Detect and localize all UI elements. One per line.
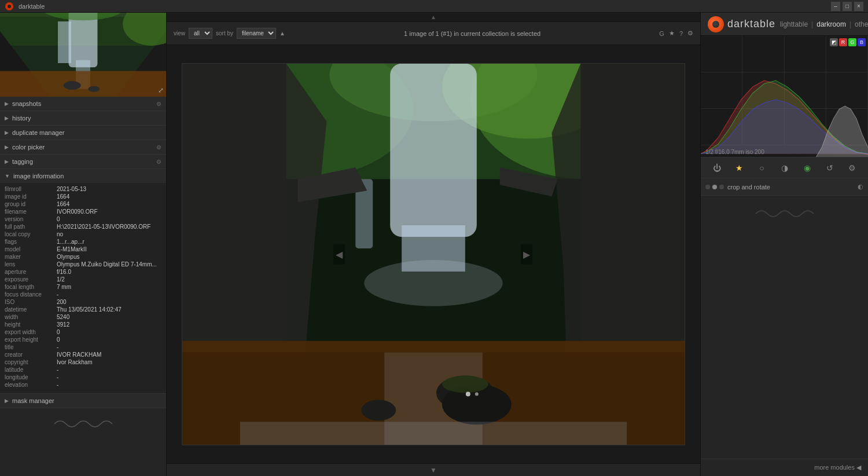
snapshots-settings-icon[interactable]: ⚙	[156, 101, 161, 107]
svg-point-10	[64, 81, 81, 90]
star-icon[interactable]: ★	[669, 30, 675, 37]
info-row-height: height3912	[5, 321, 161, 328]
rotate-button[interactable]: ↺	[823, 161, 837, 175]
view-select[interactable]: all	[189, 28, 212, 39]
image-information-header[interactable]: ▼ image information	[0, 169, 166, 183]
mask-manager-arrow-icon: ▶	[5, 398, 9, 404]
snapshots-label: snapshots	[12, 100, 41, 107]
image-information-arrow-icon: ▼	[5, 173, 10, 179]
color-picker-arrow-icon: ▶	[5, 144, 9, 150]
mask-manager-label: mask manager	[12, 397, 54, 404]
app-body: ⤢ ▶ snapshots ⚙ ▶ history ▶ duplicate ma…	[0, 13, 868, 476]
darkroom-link[interactable]: darkroom	[816, 20, 846, 28]
color-picker-settings-icon[interactable]: ⚙	[156, 144, 161, 151]
grid-icon[interactable]: G	[659, 30, 664, 37]
sort-select[interactable]: filename	[237, 28, 276, 39]
sidebar-section-duplicate-manager: ▶ duplicate manager	[0, 126, 166, 140]
prev-image-arrow[interactable]: ◀	[333, 244, 345, 265]
info-value: f/16.0	[57, 269, 161, 275]
top-arrow-icon: ▲	[431, 14, 436, 20]
snapshots-header[interactable]: ▶ snapshots ⚙	[0, 97, 166, 111]
info-label: latitude	[5, 367, 57, 373]
svg-point-11	[88, 86, 100, 92]
view-sort-controls: view all sort by filename ▲	[174, 28, 285, 39]
sidebar-section-history: ▶ history	[0, 111, 166, 126]
info-label: longitude	[5, 374, 57, 380]
module-dot-3[interactable]	[719, 185, 724, 189]
filmstrip-bar[interactable]: ▼	[167, 463, 700, 476]
sort-label: sort by	[216, 30, 233, 36]
info-label: copyright	[5, 359, 57, 365]
duplicate-manager-arrow-icon: ▶	[5, 130, 9, 136]
module-settings-button[interactable]: ⚙	[845, 161, 859, 175]
info-row-elevation: elevation-	[5, 381, 161, 389]
info-row-group-id: group id1664	[5, 200, 161, 208]
info-value: 5240	[57, 314, 161, 320]
mask-manager-header[interactable]: ▶ mask manager	[0, 394, 166, 408]
sort-asc-icon[interactable]: ▲	[279, 30, 285, 36]
contrast-button[interactable]: ◑	[778, 161, 792, 175]
collection-status: 1 image of 1 (#1) in current collection …	[285, 30, 659, 37]
info-label: title	[5, 344, 57, 350]
close-button[interactable]: ×	[854, 2, 863, 11]
duplicate-manager-header[interactable]: ▶ duplicate manager	[0, 126, 166, 140]
sidebar-section-snapshots: ▶ snapshots ⚙	[0, 97, 166, 111]
color-button[interactable]: ◉	[800, 161, 814, 175]
next-image-arrow[interactable]: ▶	[521, 244, 532, 265]
power-button[interactable]: ⏻	[710, 161, 724, 175]
info-label: full path	[5, 224, 57, 230]
image-information-label: image information	[13, 173, 64, 180]
sidebar-section-image-information: ▼ image information filmroll2021-05-13im…	[0, 169, 166, 394]
mode-navigation: lighttable | darkroom | other ▾	[780, 20, 868, 28]
thumbnail-expand-icon[interactable]: ⤢	[158, 86, 164, 94]
more-modules-link[interactable]: more modules ◀	[701, 459, 868, 476]
maximize-button[interactable]: □	[843, 2, 852, 11]
help-icon[interactable]: ?	[679, 30, 683, 37]
window-controls[interactable]: – □ ×	[831, 2, 863, 11]
lighttable-link[interactable]: lighttable	[780, 20, 808, 28]
color-picker-header[interactable]: ▶ color picker ⚙	[0, 140, 166, 154]
info-label: elevation	[5, 382, 57, 388]
info-value: 3912	[57, 321, 161, 328]
module-toggle-icon[interactable]: ◐	[858, 183, 863, 191]
module-dots	[705, 185, 724, 189]
info-value: E-M1MarkII	[57, 246, 161, 252]
info-value: 0	[57, 216, 161, 222]
svg-point-36	[442, 376, 488, 393]
image-information-table: filmroll2021-05-13image id1664group id16…	[0, 183, 166, 393]
svg-point-1	[8, 5, 11, 8]
exposure-text: 1/2 f/16.0 7mm iso 200	[705, 149, 764, 155]
info-row-title: title-	[5, 343, 161, 351]
star-button[interactable]: ★	[733, 161, 746, 175]
module-dot-1[interactable]	[705, 185, 710, 189]
module-dot-2[interactable]	[712, 185, 717, 189]
right-panel-squiggle	[701, 196, 868, 232]
info-label: focus distance	[5, 291, 57, 298]
info-value: -	[57, 291, 161, 298]
history-header[interactable]: ▶ history	[0, 111, 166, 125]
info-row-export-width: export width0	[5, 328, 161, 336]
dt-logo-icon	[708, 16, 724, 32]
image-area[interactable]: ◀ ▶	[167, 45, 700, 463]
dt-logo-inner	[712, 21, 719, 28]
info-row-copyright: copyrightIvor Rackham	[5, 358, 161, 366]
left-sidebar-squiggle	[0, 408, 166, 442]
info-label: exposure	[5, 276, 57, 283]
info-label: width	[5, 314, 57, 320]
tagging-header[interactable]: ▶ tagging ⚙	[0, 155, 166, 169]
info-value: Thu 13/05/2021 14:02:47	[57, 306, 161, 313]
histogram-panel: ◩ R G B	[701, 36, 868, 158]
sidebar-section-mask-manager: ▶ mask manager	[0, 394, 166, 408]
darktable-nav: darktable lighttable | darkroom | other …	[701, 13, 868, 36]
thumbnail-preview[interactable]: ⤢	[0, 13, 166, 97]
minimize-button[interactable]: –	[831, 2, 840, 11]
info-row-export-height: export height0	[5, 336, 161, 343]
settings-icon[interactable]: ⚙	[687, 30, 693, 37]
info-row-filmroll: filmroll2021-05-13	[5, 185, 161, 193]
tagging-settings-icon[interactable]: ⚙	[156, 159, 161, 165]
circle-button[interactable]: ○	[755, 161, 769, 175]
info-value: 2021-05-13	[57, 186, 161, 192]
svg-rect-37	[240, 422, 627, 445]
info-row-filename: filenameIVOR0090.ORF	[5, 208, 161, 215]
other-link[interactable]: other	[855, 20, 868, 28]
